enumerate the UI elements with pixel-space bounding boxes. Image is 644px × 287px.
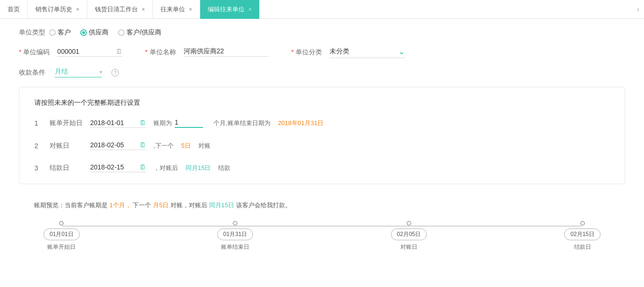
unit-category-chevron-icon: ⌄ [398, 46, 405, 57]
unit-name-field [184, 48, 269, 57]
tab-cash-work-label: 钱货日清工作台 [95, 5, 138, 14]
tab-sales-order[interactable]: 销售订单历史 × [28, 0, 87, 19]
tab-partner-close[interactable]: × [189, 6, 192, 13]
main-content: 单位类型 客户 供应商 客户/供应商 单位编码 🗓 单位 [0, 19, 644, 287]
tab-edit-partner[interactable]: 编辑往来单位 × [200, 0, 260, 19]
tab-home[interactable]: 首页 [0, 0, 28, 19]
tab-sales-order-label: 销售订单历史 [35, 5, 72, 14]
unit-type-label: 单位类型 [19, 28, 45, 37]
setting-num-3: 3 [34, 164, 44, 172]
tabs-bar: 首页 销售订单历史 × 钱货日清工作台 × 往来单位 × 编辑往来单位 × › [0, 0, 644, 19]
timeline-node-2: 01月31日 账单结束日 [217, 221, 254, 251]
settings-box: 请按照未来的一个完整帐期进行设置 1 账单开始日 🗓 账期为 个月,账单结束日期… [19, 87, 625, 184]
timeline-label-4: 结款日 [574, 243, 591, 251]
timeline-dot-3 [407, 221, 411, 226]
preview-text-mid1: 下一个 [133, 202, 151, 209]
setting-end-date: 2018年01月31日 [278, 119, 324, 127]
calendar-icon-2[interactable]: 🗓 [139, 141, 146, 149]
timeline-dot-2 [233, 221, 237, 226]
setting-date-1: 🗓 [90, 119, 146, 128]
tab-partner[interactable]: 往来单位 × [153, 0, 200, 19]
radio-supplier[interactable]: 供应商 [80, 28, 109, 37]
unit-info-row: 单位编码 🗓 单位名称 单位分类 未分类 ⌄ [19, 46, 625, 58]
radio-both-circle [118, 29, 125, 36]
setting-desc-1b: 个月,账单结束日期为 [213, 119, 271, 127]
setting-field-3: 结款日 [50, 164, 83, 172]
preview-section: 账期预览：当前客户账期是 1个月， 下一个 月5日 对账，对账后 同月15日 该… [19, 194, 625, 259]
setting-desc-3a: ，对账后 [153, 164, 178, 172]
preview-text-before: 账期预览：当前客户账期是 [34, 202, 108, 209]
tab-cash-work-close[interactable]: × [142, 6, 145, 13]
preview-highlight-1: 1个月， [110, 202, 131, 209]
setting-num-2: 2 [34, 142, 44, 150]
setting-num-1: 1 [34, 119, 44, 127]
timeline-label-2: 账单结束日 [221, 243, 249, 251]
settings-title: 请按照未来的一个完整帐期进行设置 [34, 99, 610, 107]
unit-category-value: 未分类 [330, 47, 398, 56]
timeline-nodes: 01月01日 账单开始日 01月31日 账单结束日 02月05日 对账日 [43, 221, 601, 251]
payment-select[interactable]: 月结 ▾ [55, 68, 102, 77]
unit-category-select[interactable]: 未分类 ⌄ [330, 46, 405, 58]
radio-both[interactable]: 客户/供应商 [118, 28, 161, 37]
payment-label: 收款条件 [19, 68, 45, 77]
radio-supplier-label: 供应商 [89, 28, 109, 37]
timeline-badge-1: 01月01日 [43, 228, 80, 240]
setting-row-2: 2 对账日 🗓 ,下一个 5日 对账 [34, 141, 610, 150]
radio-customer-label: 客户 [58, 28, 71, 37]
setting-row-1: 1 账单开始日 🗓 账期为 个月,账单结束日期为 2018年01月31日 [34, 118, 610, 128]
tab-sales-order-close[interactable]: × [76, 6, 79, 13]
tab-cash-work[interactable]: 钱货日清工作台 × [87, 0, 153, 19]
setting-date-2: 🗓 [90, 141, 146, 150]
setting-date-3: 🗓 [90, 163, 146, 172]
tab-edit-partner-label: 编辑往来单位 [208, 5, 245, 14]
unit-name-label: 单位名称 [145, 48, 176, 57]
radio-customer-circle [49, 29, 56, 36]
calendar-icon-1[interactable]: 🗓 [139, 119, 146, 127]
timeline-dot-1 [59, 221, 64, 226]
setting-desc-1a: 账期为 [153, 119, 172, 127]
unit-type-row: 单位类型 客户 供应商 客户/供应商 [19, 28, 625, 37]
setting-reconcile-day: 5日 [181, 142, 191, 150]
preview-text: 账期预览：当前客户账期是 1个月， 下一个 月5日 对账，对账后 同月15日 该… [34, 201, 610, 210]
tab-edit-partner-close[interactable]: × [248, 6, 252, 13]
radio-customer[interactable]: 客户 [49, 28, 71, 37]
timeline-container: 01月01日 账单开始日 01月31日 账单结束日 02月05日 对账日 [34, 221, 610, 251]
setting-field-2: 对账日 [50, 142, 83, 150]
setting-date-input-3[interactable] [90, 163, 137, 171]
setting-date-input-1[interactable] [90, 119, 137, 127]
setting-row-3: 3 结款日 🗓 ，对账后 同月15日 结款 [34, 163, 610, 172]
preview-text-end: 该客户会给我打款。 [236, 202, 291, 209]
preview-highlight-3: 同月15日 [209, 202, 234, 209]
setting-desc-3b: 结款 [218, 164, 230, 172]
timeline-badge-4: 02月15日 [564, 228, 601, 240]
timeline-badge-2: 01月31日 [217, 228, 254, 240]
unit-code-calendar-icon[interactable]: 🗓 [116, 48, 122, 55]
calendar-icon-3[interactable]: 🗓 [139, 163, 146, 171]
unit-name-input[interactable] [184, 48, 269, 55]
timeline-node-4: 02月15日 结款日 [564, 221, 601, 251]
unit-type-radio-group: 客户 供应商 客户/供应商 [49, 28, 161, 37]
payment-row: 收款条件 月结 ▾ ? [19, 68, 625, 77]
setting-field-1: 账单开始日 [50, 119, 83, 127]
timeline-label-3: 对账日 [400, 243, 417, 251]
setting-payment-day: 同月15日 [186, 164, 211, 172]
setting-date-input-2[interactable] [90, 141, 137, 149]
setting-desc-2b: 对账 [198, 142, 211, 150]
unit-code-label: 单位编码 [19, 48, 50, 57]
unit-code-input[interactable] [57, 48, 114, 55]
tab-home-label: 首页 [8, 5, 20, 14]
setting-desc-2a: ,下一个 [153, 142, 174, 150]
timeline-label-1: 账单开始日 [47, 243, 76, 251]
payment-value: 月结 [55, 68, 97, 76]
timeline-badge-3: 02月05日 [391, 228, 427, 240]
timeline-node-1: 01月01日 账单开始日 [43, 221, 80, 251]
timeline-dot-4 [580, 221, 585, 226]
unit-code-field: 🗓 [57, 48, 122, 57]
radio-supplier-circle [80, 29, 87, 36]
preview-highlight-2: 月5日 [153, 202, 169, 209]
preview-text-mid2: 对账，对账后 [170, 202, 207, 209]
tabs-more-arrow[interactable]: › [632, 5, 644, 14]
radio-both-label: 客户/供应商 [127, 28, 161, 37]
period-input[interactable] [175, 118, 203, 128]
payment-help-icon[interactable]: ? [111, 69, 119, 76]
